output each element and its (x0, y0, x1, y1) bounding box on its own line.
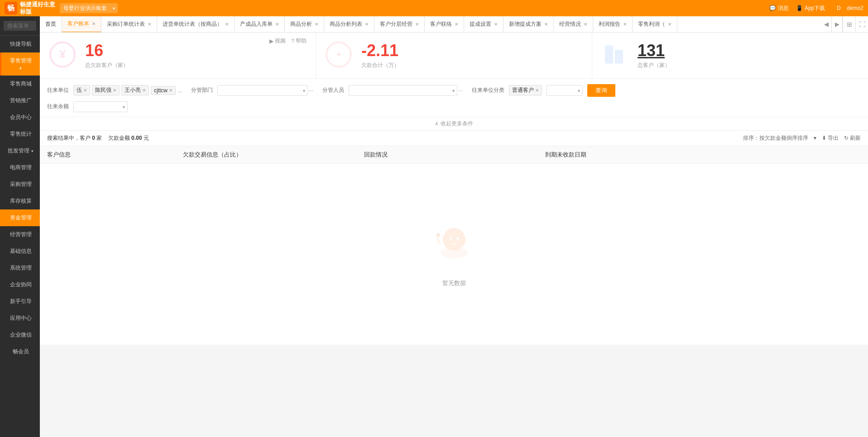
svg-point-7 (441, 247, 468, 258)
tab-close-retail-profit[interactable]: ✕ (668, 22, 671, 27)
tab-close-purchase-order[interactable]: ✕ (148, 22, 151, 27)
person-select-wrap (349, 85, 457, 96)
tab-close-account-book[interactable]: ✕ (92, 22, 96, 26)
unit-tags-more-btn[interactable]: ... (177, 87, 182, 94)
message-btn[interactable]: 💬 消息 (769, 5, 789, 12)
sidebar-item-quick-nav[interactable]: 快捷导航 (0, 36, 40, 52)
stat-help: ▶ 视频 ? 帮助 (269, 37, 307, 45)
tab-close-profit-report[interactable]: ✕ (623, 22, 627, 27)
dept-more-btn[interactable]: ··· (309, 87, 313, 94)
tab-business-situation[interactable]: 经营情况 ✕ (554, 16, 593, 33)
sidebar-item-vip-member[interactable]: 畅会员 (0, 343, 40, 360)
remove-tag-chen[interactable]: ✕ (113, 88, 116, 93)
filter-row-1: 往来单位 伍 ✕ 陈民强 ✕ 王小亮 (47, 84, 861, 97)
tab-account-book[interactable]: 客户账本 ✕ (62, 16, 101, 33)
app-download-btn[interactable]: 📱 App下载 (796, 5, 825, 12)
sidebar-item-app-center[interactable]: 应用中心 (0, 310, 40, 327)
sidebar-item-retail-mall[interactable]: 零售商城 (0, 76, 40, 92)
remove-tag-wang[interactable]: ✕ (142, 88, 146, 93)
tab-stock-stat[interactable]: 进货单统计表（按商品） ✕ (157, 16, 235, 33)
dept-select[interactable] (217, 85, 308, 96)
tab-close-stock-stat[interactable]: ✕ (225, 22, 229, 27)
tab-purchase-order-stat[interactable]: 采购订单统计表 ✕ (101, 16, 157, 33)
tab-close-business-situation[interactable]: ✕ (584, 22, 587, 27)
export-btn[interactable]: ⬇ 导出 (822, 134, 839, 142)
sidebar-item-batch-mgmt[interactable]: 批发管理 ▾ (0, 142, 40, 159)
sidebar-item-member-center[interactable]: 会员中心 (0, 109, 40, 126)
tab-home[interactable]: 首页 (40, 16, 62, 33)
sidebar-item-enterprise-collab[interactable]: 企业协同 (0, 276, 40, 293)
search-button[interactable]: 查询 (587, 84, 615, 97)
org-selector[interactable]: 母婴行业演示账套 (60, 3, 118, 13)
collapse-btn[interactable]: ∧ 收起更多条件 (40, 117, 868, 130)
logo-text: 畅捷通好生意 标版 (20, 1, 55, 15)
svg-rect-4 (605, 46, 613, 64)
tab-next-btn[interactable]: ▶ (832, 16, 843, 33)
sidebar-item-stock-check[interactable]: 库存核算 (0, 193, 40, 209)
tab-close-customer-contact[interactable]: ✕ (455, 22, 458, 27)
sidebar-item-ecom-mgmt[interactable]: 电商管理 (0, 159, 40, 176)
tab-retail-profit[interactable]: 零售利润（ ✕ (633, 16, 677, 33)
sidebar-item-enterprise-wechat[interactable]: 企业微信 (0, 327, 40, 343)
top-bar-right: 💬 消息 📱 App下载 D demo2 (769, 2, 863, 14)
building-icon (601, 41, 628, 68)
dept-filter-label: 分管部门 (191, 86, 213, 94)
tab-product-analysis-list[interactable]: 商品分析列表 ✕ (324, 16, 374, 33)
sidebar-item-retail-mgmt[interactable]: 零售管理 ▾ (0, 52, 40, 76)
tab-product-analysis[interactable]: 商品分析 ✕ (285, 16, 324, 33)
unit-class-tags: 普通客户 ✕ (509, 85, 542, 95)
sidebar-item-purchase-mgmt[interactable]: 采购管理 (0, 176, 40, 193)
tab-close-new-achievement[interactable]: ✕ (544, 22, 548, 27)
remove-tag-normal[interactable]: ✕ (535, 88, 539, 93)
unit-tag-cjttcw: cjttcw ✕ (151, 86, 176, 95)
stat-total-all: 131 总客户（家） (592, 33, 868, 78)
tab-close-product-inbound[interactable]: ✕ (275, 22, 279, 27)
remove-tag-cjttcw[interactable]: ✕ (169, 88, 173, 93)
search-input[interactable] (4, 21, 36, 31)
balance-select[interactable] (73, 101, 128, 112)
debt-icon: ✦ (325, 41, 352, 68)
tab-profit-report[interactable]: 利润报告 ✕ (593, 16, 633, 33)
org-selector-wrap[interactable]: 母婴行业演示账套 (60, 3, 118, 13)
sidebar-item-marketing[interactable]: 营销推广 (0, 92, 40, 109)
sidebar-item-retail-stats[interactable]: 零售统计 (0, 126, 40, 142)
unit-class-select[interactable] (547, 85, 583, 96)
content-area: 首页 客户账本 ✕ 采购订单统计表 ✕ 进货单统计表（按商品） ✕ 产成品入库单… (40, 16, 868, 437)
tab-prev-btn[interactable]: ◀ (821, 16, 832, 33)
tab-reminder-settings[interactable]: 提成设置 ✕ (464, 16, 504, 33)
empty-icon (432, 221, 477, 274)
help-link[interactable]: ? 帮助 (291, 37, 307, 45)
stat-total-customers: ¥ 16 总欠款客户（家） ▶ 视频 (40, 33, 316, 78)
unit-class-select-wrap (547, 85, 583, 96)
stat-value-customers: 16 (85, 42, 129, 60)
stat-info-debt: -2.11 欠款合计（万） (361, 42, 399, 69)
tab-close-reminder-settings[interactable]: ✕ (494, 22, 498, 27)
tab-fullscreen-btn[interactable]: ⛶ (855, 16, 868, 33)
person-more-btn[interactable]: ··· (458, 87, 463, 94)
stat-label-all: 总客户（家） (638, 62, 670, 69)
tab-close-product-analysis[interactable]: ✕ (315, 22, 318, 27)
tab-expand-btn[interactable]: ⊞ (843, 16, 855, 33)
sidebar-item-system-mgmt[interactable]: 系统管理 (0, 260, 40, 276)
sort-label: 排序：按欠款金额倒序排序 (743, 134, 808, 142)
tab-product-inbound[interactable]: 产成品入库单 ✕ (235, 16, 285, 33)
tab-customer-contact[interactable]: 客户联络 ✕ (425, 16, 464, 33)
sidebar-item-business-mgmt[interactable]: 经营管理 (0, 226, 40, 243)
col-repayment: 回款情况 (364, 151, 545, 159)
person-select[interactable] (349, 85, 457, 96)
video-link[interactable]: ▶ 视频 (269, 37, 286, 45)
help-icon: ? (291, 38, 294, 44)
sidebar-item-capital-mgmt[interactable]: 资金管理 (0, 209, 40, 226)
stat-info-all: 131 总客户（家） (638, 42, 670, 69)
tab-close-product-analysis-list[interactable]: ✕ (365, 22, 369, 27)
user-menu-btn[interactable]: D demo2 (832, 2, 863, 14)
remove-tag-wu[interactable]: ✕ (83, 88, 87, 93)
tab-customer-segment[interactable]: 客户分层经营 ✕ (374, 16, 425, 33)
tab-new-achievement[interactable]: 新增提成方案 ✕ (504, 16, 554, 33)
refresh-btn[interactable]: ↻ 刷新 (844, 134, 861, 142)
sidebar-item-basic-info[interactable]: 基础信息 (0, 243, 40, 260)
sidebar-item-new-guide[interactable]: 新手引导 (0, 293, 40, 310)
top-bar-mid: 母婴行业演示账套 (55, 3, 769, 13)
tab-close-customer-segment[interactable]: ✕ (415, 22, 419, 27)
unit-filter-tags: 伍 ✕ 陈民强 ✕ 王小亮 ✕ (73, 85, 182, 95)
